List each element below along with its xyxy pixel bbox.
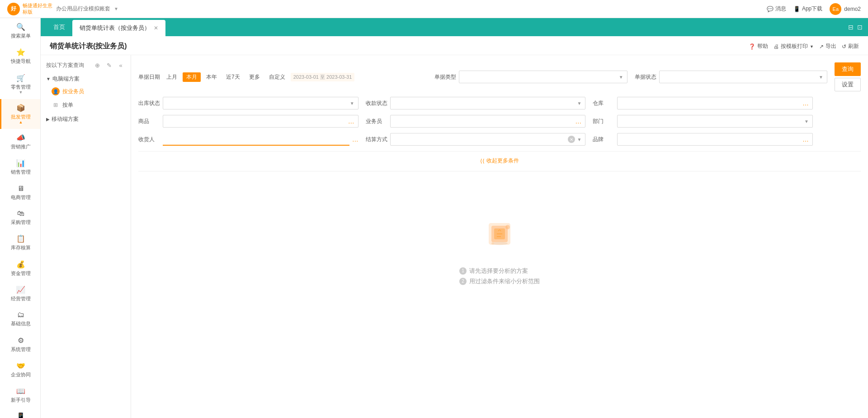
- retail-arrow: ▼: [19, 90, 23, 95]
- scheme-group-pc-title[interactable]: ▼ 电脑端方案: [41, 73, 131, 85]
- sidebar-item-inventory[interactable]: 📋 库存核算: [0, 230, 40, 255]
- settings-btn[interactable]: 设置: [835, 78, 861, 91]
- scheme-group-pc: ▼ 电脑端方案 👤 按业务员 ⊞ 按单: [41, 73, 131, 112]
- message-icon: 💬: [767, 6, 774, 12]
- bag-icon: 🛍: [17, 209, 24, 218]
- tab-sales-stat[interactable]: 销货单统计表（按业务员） ✕: [72, 20, 165, 36]
- sidebar-item-wholesale[interactable]: 📦 批发管理 ▲: [0, 99, 40, 129]
- receiver-input[interactable]: [163, 133, 349, 146]
- paystatus-arrow: ▼: [577, 101, 581, 106]
- scheme-item-salesperson[interactable]: 👤 按业务员: [41, 85, 131, 98]
- warehouse-input[interactable]: …: [617, 97, 813, 109]
- more-date-btn[interactable]: 更多: [245, 72, 264, 82]
- scheme-group-mobile-title[interactable]: ▶ 移动端方案: [41, 114, 131, 125]
- refresh-icon: ↺: [842, 43, 846, 50]
- sidebar-item-shortcut[interactable]: ⭐ 快捷导航: [0, 43, 40, 69]
- export-btn[interactable]: ↗ 导出: [819, 43, 836, 50]
- outstatus-select[interactable]: ▼: [163, 97, 359, 109]
- date-range-display: 2023-03-01 至 2023-03-31: [291, 73, 355, 81]
- this-year-btn[interactable]: 本年: [203, 72, 221, 82]
- sidebar-item-marketing[interactable]: 📣 营销推广: [0, 129, 40, 154]
- paystatus-select[interactable]: ▼: [390, 97, 586, 109]
- tab-home[interactable]: 首页: [46, 23, 72, 31]
- settlement-label: 结算方式: [366, 136, 387, 143]
- print-btn[interactable]: 🖨 按模板打印 ▼: [774, 43, 814, 50]
- app-download-btn[interactable]: 📱 App下载: [793, 5, 822, 13]
- page-inner: 销货单统计表(按业务员) ❓ 帮助 🖨 按模板打印 ▼: [41, 36, 868, 418]
- left-panel: 按以下方案查询 ⊕ ✎ «: [41, 55, 131, 418]
- sidebar-item-purchase[interactable]: 🛍 采购管理: [0, 205, 40, 230]
- last-month-btn[interactable]: 上月: [163, 72, 181, 82]
- sidebar-item-ecommerce[interactable]: 🖥 电商管理: [0, 180, 40, 205]
- settlement-clear-btn[interactable]: ✕: [568, 136, 575, 143]
- last-7days-btn[interactable]: 近7天: [222, 72, 244, 82]
- outstatus-arrow: ▼: [350, 101, 354, 106]
- collapse-arrow-icon: ⟨⟨: [480, 158, 485, 164]
- money-icon: 💰: [16, 260, 25, 269]
- collapse-filters-btn[interactable]: ⟨⟨ 收起更多条件: [477, 154, 522, 167]
- sidebar-item-finance[interactable]: 💰 资金管理: [0, 256, 40, 281]
- page-actions: ❓ 帮助 🖨 按模板打印 ▼ ↗ 导出: [749, 43, 859, 50]
- salesperson-dots: …: [575, 118, 581, 125]
- left-panel-actions: ⊕ ✎ «: [93, 61, 125, 70]
- query-btn[interactable]: 查询: [835, 62, 861, 76]
- brand-input[interactable]: …: [617, 133, 813, 146]
- sidebar-item-guide[interactable]: 📖 新手引导: [0, 382, 40, 408]
- collapse-icon: «: [119, 62, 122, 69]
- user-area[interactable]: Ea demo2: [830, 3, 861, 15]
- app-name-arrow[interactable]: ▼: [114, 6, 118, 11]
- export-icon: ↗: [819, 43, 824, 50]
- filter-divider: [138, 171, 861, 171]
- help-btn[interactable]: ❓ 帮助: [749, 43, 768, 50]
- settlement-arrow: ▼: [577, 137, 581, 142]
- print-icon: 🖨: [774, 43, 779, 50]
- salesperson-input[interactable]: …: [390, 115, 586, 128]
- sidebar-label: 搜索菜单: [11, 33, 31, 39]
- message-btn[interactable]: 💬 消息: [767, 5, 786, 13]
- docstatus-select[interactable]: ▼: [659, 71, 827, 83]
- this-month-btn[interactable]: 本月: [183, 72, 201, 82]
- date-label: 单据日期: [138, 73, 160, 81]
- add-scheme-btn[interactable]: ⊕: [93, 61, 102, 70]
- goods-input[interactable]: …: [163, 115, 359, 128]
- sidebar-item-sales[interactable]: 📊 销售管理: [0, 154, 40, 180]
- main-layout: 🔍 搜索菜单 ⭐ 快捷导航 🛒 零售管理 ▼ 📦 批发管理 ▲ 📣 营销推广: [0, 18, 868, 418]
- sidebar-item-search[interactable]: 🔍 搜索菜单: [0, 18, 40, 43]
- pc-group-arrow: ▼: [46, 76, 51, 81]
- sidebar-item-operation[interactable]: 📈 经营管理: [0, 281, 40, 306]
- paystatus-filter: 收款状态 ▼: [366, 97, 586, 109]
- sidebar-item-retail[interactable]: 🛒 零售管理 ▼: [0, 69, 40, 99]
- warehouse-filter: 仓库 …: [593, 97, 813, 109]
- settlement-select[interactable]: ✕ ▼: [390, 133, 586, 146]
- brand-dots: …: [802, 136, 809, 143]
- tab-close-btn[interactable]: ✕: [154, 25, 158, 31]
- maximize-btn[interactable]: ⊡: [857, 24, 863, 31]
- trend-icon: 📈: [16, 285, 25, 294]
- scheme-item-order[interactable]: ⊞ 按单: [41, 98, 131, 112]
- refresh-btn[interactable]: ↺ 刷新: [842, 43, 859, 50]
- minimize-btn[interactable]: ⊟: [848, 24, 854, 31]
- app-container: 好 畅捷通好生意 标版 办公用品行业模拟账套 ▼ 💬 消息 📱 App下载 Ea…: [0, 0, 868, 418]
- svg-point-7: [491, 242, 494, 245]
- empty-tip-2: 2 用过滤条件来缩小分析范围: [459, 276, 540, 286]
- custom-date-btn[interactable]: 自定义: [265, 72, 289, 82]
- logo-icon: 好: [7, 3, 20, 15]
- doctype-select[interactable]: ▼: [459, 71, 627, 83]
- department-select[interactable]: ▼: [617, 115, 813, 128]
- doctype-label: 单据类型: [434, 73, 456, 81]
- left-panel-header: 按以下方案查询 ⊕ ✎ «: [41, 61, 131, 73]
- receiver-label: 收货人: [138, 136, 160, 143]
- salesperson-filter: 业务员 …: [366, 115, 586, 128]
- collapse-panel-btn[interactable]: «: [116, 61, 125, 70]
- add-icon: ⊕: [95, 62, 100, 69]
- sidebar-label: 资金管理: [11, 270, 31, 276]
- receiver-dots[interactable]: …: [352, 136, 359, 143]
- logo-text: 畅捷通好生意 标版: [23, 3, 52, 14]
- sidebar-item-enterprise[interactable]: 🤝 企业协同: [0, 357, 40, 382]
- svg-point-6: [505, 225, 510, 229]
- sidebar-item-base[interactable]: 🗂 基础信息: [0, 306, 40, 331]
- edit-scheme-btn[interactable]: ✎: [104, 61, 113, 70]
- cart-icon: 🛒: [16, 74, 25, 82]
- sidebar-item-app-center[interactable]: 📱 应用中心: [0, 408, 40, 418]
- sidebar-item-system[interactable]: ⚙ 系统管理: [0, 332, 40, 357]
